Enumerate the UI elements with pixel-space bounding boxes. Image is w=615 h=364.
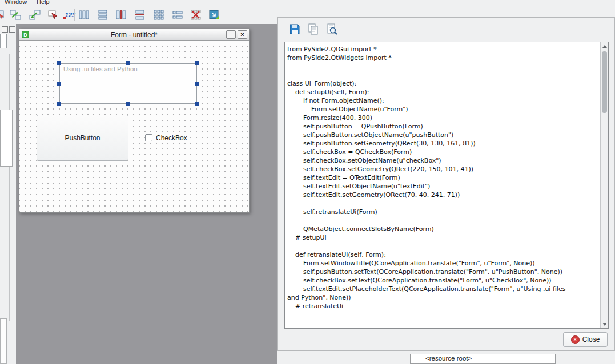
left-dock-panel <box>0 24 16 364</box>
resource-root-item[interactable]: <resource root> <box>410 354 556 364</box>
dock-panel-fragment <box>0 318 7 364</box>
pushbutton-label: PushButton <box>65 134 100 142</box>
layout-horizontal-splitter-button[interactable] <box>114 7 128 22</box>
adjust-size-button[interactable] <box>207 7 222 22</box>
layout-vertically-button[interactable] <box>95 7 110 22</box>
layout-grid-button[interactable] <box>151 7 166 22</box>
edit-connections-icon <box>47 9 59 21</box>
save-button[interactable] <box>287 22 302 37</box>
adjust-size-icon <box>208 9 220 21</box>
selection-handle[interactable] <box>195 102 199 106</box>
scroll-down-button[interactable] <box>601 320 608 328</box>
layout-vertical-icon <box>97 9 109 21</box>
resource-root-label: <resource root> <box>425 355 472 362</box>
break-layout-button[interactable] <box>188 7 203 22</box>
mdi-area: D Form - untitled* - × Using .ui files a… <box>16 24 277 364</box>
pushbutton-widget[interactable]: PushButton <box>37 115 128 161</box>
edit-signals-slots-icon <box>9 9 22 21</box>
form-titlebar[interactable]: D Form - untitled* - × <box>19 29 249 41</box>
code-frame[interactable]: from PySide2.QtGui import * from PySide2… <box>284 42 609 329</box>
find-button[interactable] <box>324 22 339 37</box>
form-window-title: Form - untitled* <box>19 31 249 39</box>
close-circle-icon: × <box>571 335 580 344</box>
code-scrollbar[interactable] <box>600 42 608 328</box>
scroll-thumb[interactable] <box>602 51 607 113</box>
tab-order-marker-icon <box>63 17 66 19</box>
edit-widgets-icon <box>0 9 6 21</box>
dialog-close-button[interactable]: × Close <box>563 332 608 347</box>
layout-horizontal-splitter-icon <box>115 9 127 21</box>
find-icon <box>325 23 338 35</box>
layout-form-button[interactable] <box>170 7 185 22</box>
scroll-up-button[interactable] <box>601 42 608 50</box>
layout-vertical-splitter-icon <box>134 9 146 21</box>
dock-scrollbar[interactable] <box>9 54 10 321</box>
copy-icon <box>307 23 320 35</box>
layout-horizontal-icon <box>78 9 90 21</box>
edit-signals-slots-button[interactable] <box>8 7 23 22</box>
selection-handle[interactable] <box>57 102 61 106</box>
dock-panel-fragment <box>0 110 13 167</box>
save-icon <box>288 23 301 35</box>
selection-handle[interactable] <box>57 82 61 86</box>
edit-widgets-button[interactable] <box>0 7 7 22</box>
menu-item-window[interactable]: Window <box>5 0 27 5</box>
layout-grid-icon <box>152 9 165 21</box>
code-text[interactable]: from PySide2.QtGui import * from PySide2… <box>287 45 598 327</box>
toolbar-separator <box>74 9 75 21</box>
break-layout-icon <box>190 9 202 21</box>
layout-vertical-splitter-button[interactable] <box>132 7 147 22</box>
copy-button[interactable] <box>306 22 321 37</box>
selection-handle[interactable] <box>126 61 130 65</box>
tab-order-button[interactable]: 123 <box>63 7 78 22</box>
dock-float-button[interactable] <box>2 26 8 33</box>
close-button-label: Close <box>582 335 600 343</box>
menu-item-help[interactable]: Help <box>37 0 50 5</box>
edit-buddies-button[interactable] <box>27 7 42 22</box>
dock-close-button[interactable] <box>9 26 15 33</box>
edit-tab-order-button[interactable] <box>46 7 61 22</box>
textedit-placeholder: Using .ui files and Python <box>63 66 138 72</box>
textedit-widget[interactable]: Using .ui files and Python <box>59 63 197 104</box>
down-arrow-icon <box>602 323 607 326</box>
selection-handle[interactable] <box>195 82 199 86</box>
layout-form-icon <box>171 9 184 21</box>
selection-handle[interactable] <box>126 102 130 106</box>
qt-designer-screen: Window Help <box>0 0 615 364</box>
window-close-button[interactable]: × <box>238 30 247 39</box>
menubar: Window Help <box>0 0 615 6</box>
form-canvas[interactable]: Using .ui files and Python PushButton Ch… <box>19 41 249 212</box>
code-preview-dialog: from PySide2.QtGui import * from PySide2… <box>277 17 615 351</box>
selection-handle[interactable] <box>195 61 199 65</box>
form-designer-window: D Form - untitled* - × Using .ui files a… <box>19 29 250 213</box>
layout-horizontally-button[interactable] <box>77 7 91 22</box>
checkbox-label: CheckBox <box>156 134 187 142</box>
edit-buddies-icon <box>29 9 41 21</box>
checkbox-indicator[interactable] <box>145 134 152 141</box>
checkbox-widget[interactable]: CheckBox <box>145 126 203 149</box>
dock-filter-input[interactable] <box>0 34 7 48</box>
up-arrow-icon <box>602 45 607 48</box>
resource-browser-panel: <resource root> <box>277 351 615 364</box>
window-minimize-button[interactable]: - <box>226 30 236 39</box>
selection-handle[interactable] <box>57 61 61 65</box>
